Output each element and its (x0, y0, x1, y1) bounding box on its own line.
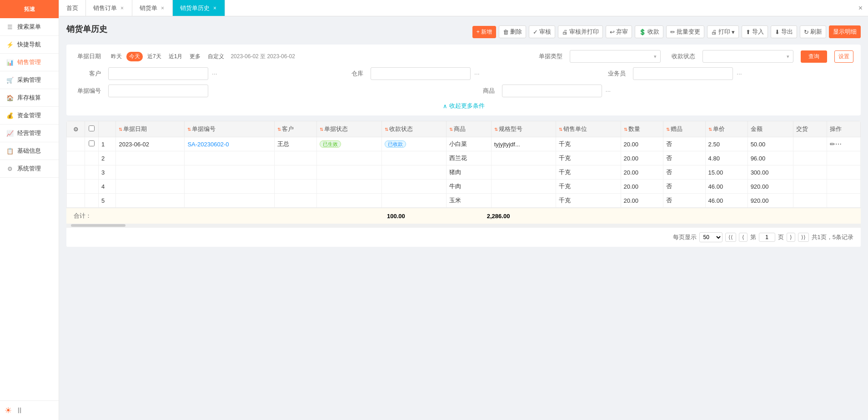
audit-button[interactable]: ✓ 审核 (529, 25, 555, 38)
tab-sales-goods-close[interactable]: × (160, 5, 165, 12)
date-tab-today[interactable]: 今天 (126, 52, 143, 61)
delete-button[interactable]: 🗑 删除 (499, 25, 526, 38)
row-cell-amount: 50.00 (748, 137, 793, 151)
col-doc-no[interactable]: ⇅单据编号 (185, 121, 275, 137)
row-checkbox[interactable] (89, 140, 95, 146)
row-cell-customer (275, 180, 317, 194)
col-spec[interactable]: ⇅规格型号 (491, 121, 556, 137)
sidebar-item-search-menu[interactable]: ☰ 搜索菜单 (0, 18, 59, 36)
col-customer[interactable]: ⇅客户 (275, 121, 317, 137)
select-all-checkbox[interactable] (89, 125, 95, 131)
tab-sales-goods[interactable]: 销货单 × (132, 0, 173, 16)
new-button[interactable]: + 新增 (472, 26, 496, 38)
discard-button[interactable]: ↩ 弃审 (606, 25, 632, 38)
sidebar-item-basic-info[interactable]: 📋 基础信息 (0, 142, 59, 160)
page-number-input[interactable] (759, 233, 775, 242)
col-unit[interactable]: ⇅销售单位 (556, 121, 621, 137)
sidebar-item-sys-mgmt[interactable]: ⚙ 系统管理 (0, 160, 59, 178)
tab-close-all-btn[interactable]: × (853, 4, 868, 12)
customer-label: 客户 (74, 70, 101, 78)
customer-input[interactable] (108, 67, 208, 80)
col-product[interactable]: ⇅商品 (446, 121, 491, 137)
tab-sales-order-close[interactable]: × (120, 5, 125, 12)
col-action: 操作 (827, 121, 860, 137)
doc-no-input[interactable] (108, 85, 208, 97)
row-cell-trade (793, 151, 827, 165)
print-button[interactable]: 🖨 打印 ▾ (707, 25, 739, 38)
sidebar-item-operations[interactable]: 📈 经营管理 (0, 125, 59, 142)
doc-no-link[interactable]: SA-20230602-0 (187, 141, 229, 148)
query-button[interactable]: 查询 (801, 50, 827, 63)
import-button[interactable]: ⬆ 导入 (742, 25, 768, 38)
sidebar-item-label: 资金管理 (17, 111, 41, 120)
summary-row: 合计： 100.00 2,286.00 (66, 208, 861, 224)
col-checkbox (85, 121, 99, 137)
doc-no-field (108, 85, 460, 97)
sidebar-item-sales-mgmt[interactable]: 📊 销售管理 (0, 54, 59, 71)
customer-ellipsis-btn[interactable]: ··· (212, 70, 217, 77)
sidebar-item-quick-nav[interactable]: ⚡ 快捷导航 (0, 36, 59, 54)
tab-home[interactable]: 首页 (59, 0, 86, 16)
first-page-btn[interactable]: ⟨⟨ (725, 233, 736, 242)
doc-type-dropdown-icon: ▾ (654, 54, 657, 60)
product-ellipsis-btn[interactable]: ··· (606, 87, 611, 95)
show-detail-button[interactable]: 显示明细 (829, 25, 861, 38)
page-content: 销货单历史 + 新增 🗑 删除 ✓ 审核 🖨 审核并打印 ↩ 弃审 (59, 16, 868, 420)
payment-status-select[interactable]: ▾ (702, 50, 793, 63)
refresh-icon: ↻ (804, 29, 809, 35)
col-price[interactable]: ⇅单价 (705, 121, 748, 137)
settings-button[interactable]: 设置 (834, 50, 853, 63)
date-tab-7days[interactable]: 近7天 (145, 52, 164, 61)
per-page-select[interactable]: 50 20 100 (699, 232, 722, 242)
row-cell-gift: 否 (663, 151, 705, 165)
row-cell-doc-date (116, 165, 185, 180)
date-tab-more[interactable]: 更多 (187, 52, 203, 61)
date-tab-yesterday[interactable]: 昨天 (108, 52, 125, 61)
sidebar-item-inventory[interactable]: 🏠 库存核算 (0, 89, 59, 107)
next-page-btn[interactable]: ⟩ (787, 233, 795, 242)
tab-sales-order[interactable]: 销售订单 × (86, 0, 132, 16)
row-cell-trade (793, 194, 827, 208)
action-more-btn[interactable]: ⋯ (835, 140, 842, 148)
date-label: 单据日期 (74, 52, 101, 60)
last-page-btn[interactable]: ⟩⟩ (798, 233, 809, 242)
date-tab-1month[interactable]: 近1月 (166, 52, 186, 61)
action-edit-btn[interactable]: ✏ (830, 140, 835, 148)
row-cell-unit: 千克 (556, 165, 621, 180)
col-pay-status[interactable]: ⇅收款状态 (381, 121, 446, 137)
refresh-button[interactable]: ↻ 刷新 (800, 25, 826, 38)
sidebar-item-finance[interactable]: 💰 资金管理 (0, 107, 59, 125)
batch-change-button[interactable]: ✏ 批量变更 (666, 25, 704, 38)
scroll-thumb[interactable] (71, 224, 125, 227)
date-tab-custom[interactable]: 自定义 (205, 52, 227, 61)
product-input[interactable] (502, 85, 602, 97)
row-cell-product: 玉米 (446, 194, 491, 208)
salesperson-ellipsis-btn[interactable]: ··· (737, 70, 742, 77)
page-title: 销货单历史 (66, 24, 107, 35)
sidebar-bottom-icon2[interactable]: ⏸ (15, 406, 24, 415)
export-button[interactable]: ⬇ 导出 (771, 25, 797, 38)
sidebar-item-purchase-mgmt[interactable]: 🛒 采购管理 (0, 71, 59, 89)
horizontal-scrollbar[interactable] (66, 224, 861, 227)
salesperson-input[interactable] (633, 67, 733, 80)
warehouse-ellipsis-btn[interactable]: ··· (474, 70, 480, 77)
doc-no-label: 单据编号 (74, 87, 101, 95)
audit-print-button[interactable]: 🖨 审核并打印 (558, 25, 603, 38)
sidebar-bottom-icon1[interactable]: ☀ (5, 405, 12, 415)
col-doc-status[interactable]: ⇅单据状态 (317, 121, 381, 137)
tab-sales-history-close[interactable]: × (212, 5, 217, 12)
prev-page-btn[interactable]: ⟨ (739, 233, 748, 242)
col-gift[interactable]: ⇅赠品 (663, 121, 705, 137)
date-filter-field: 昨天 今天 近7天 近1月 更多 自定义 2023-06-02 至 2023-0… (108, 52, 528, 61)
more-conditions-btn[interactable]: ∧ 收起更多条件 (74, 102, 853, 110)
collect-button[interactable]: 💲 收款 (635, 25, 663, 38)
row-cell-unit: 千克 (556, 137, 621, 151)
row-cell-product: 猪肉 (446, 165, 491, 180)
row-checkbox-col (85, 151, 99, 165)
col-doc-date[interactable]: ⇅单据日期 (116, 121, 185, 137)
tab-sales-history[interactable]: 销货单历史 × (173, 0, 225, 16)
col-qty[interactable]: ⇅数量 (621, 121, 663, 137)
warehouse-input[interactable] (371, 67, 471, 80)
doc-type-select[interactable]: ▾ (570, 50, 661, 63)
settings-gear-icon[interactable]: ⚙ (73, 126, 79, 133)
